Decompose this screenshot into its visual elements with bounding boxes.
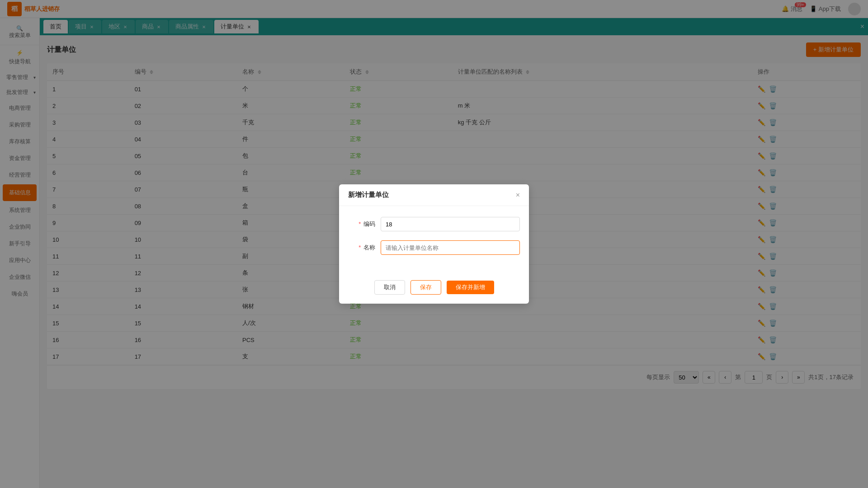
modal-title: 新增计量单位 bbox=[348, 191, 389, 199]
name-label: * 名称 bbox=[348, 244, 375, 252]
required-star-code: * bbox=[359, 221, 361, 227]
modal-overlay: 新增计量单位 × * 编码 * 名称 取消 保存 保存并新增 bbox=[0, 0, 868, 488]
save-button[interactable]: 保存 bbox=[410, 280, 441, 295]
modal-close-button[interactable]: × bbox=[516, 191, 520, 199]
cancel-button[interactable]: 取消 bbox=[374, 280, 405, 295]
save-new-button[interactable]: 保存并新增 bbox=[447, 281, 494, 294]
modal-header: 新增计量单位 × bbox=[339, 184, 529, 206]
code-label: * 编码 bbox=[348, 220, 375, 228]
code-input[interactable] bbox=[381, 217, 520, 231]
code-form-row: * 编码 bbox=[348, 217, 520, 231]
modal-footer: 取消 保存 保存并新增 bbox=[339, 275, 529, 304]
add-unit-modal: 新增计量单位 × * 编码 * 名称 取消 保存 保存并新增 bbox=[339, 184, 529, 304]
name-form-row: * 名称 bbox=[348, 240, 520, 255]
required-star-name: * bbox=[359, 244, 361, 251]
name-input[interactable] bbox=[381, 240, 520, 255]
modal-body: * 编码 * 名称 bbox=[339, 206, 529, 275]
